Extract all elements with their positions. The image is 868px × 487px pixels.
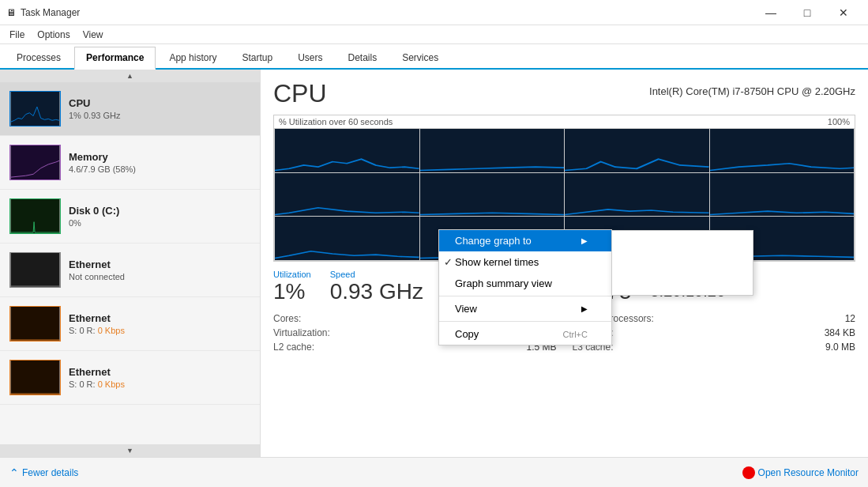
ctx-separator-1 (439, 296, 611, 296)
sidebar-item-memory[interactable]: Memory 4.6/7.9 GB (58%) (0, 136, 260, 190)
sub-overall[interactable]: Overall utilization (612, 231, 753, 252)
svg-rect-17 (275, 217, 419, 260)
sidebar-ethernet1-name: Ethernet (69, 259, 250, 270)
title-bar: 🖥 Task Manager — □ ✕ (0, 0, 868, 25)
speed-label: Speed (330, 270, 423, 279)
submenu: Overall utilization Logical processors N… (611, 230, 753, 296)
utilization-label: Utilization (273, 270, 311, 279)
tab-bar: Processes Performance App history Startu… (0, 44, 868, 70)
fewer-details-button[interactable]: ⌃ Fewer details (9, 466, 78, 479)
svg-rect-13 (275, 173, 419, 217)
sidebar-memory-stat: 4.6/7.9 GB (58%) (69, 164, 250, 174)
tab-users[interactable]: Users (286, 47, 334, 68)
svg-rect-9 (275, 129, 419, 172)
close-button[interactable]: ✕ (825, 0, 862, 25)
graph-cell-7 (710, 173, 855, 217)
tab-startup[interactable]: Startup (230, 47, 284, 68)
svg-rect-10 (420, 129, 565, 172)
speed-block: Speed 0.93 GHz (330, 270, 423, 304)
graph-cell-0 (275, 129, 419, 172)
window-title: Task Manager (21, 7, 753, 18)
menu-options[interactable]: Options (31, 25, 76, 43)
menu-file[interactable]: File (3, 25, 31, 43)
sidebar-scroll-area: CPU 1% 0.93 GHz Memory 4.6/7.9 GB (5 (0, 82, 260, 444)
tab-details[interactable]: Details (336, 47, 389, 68)
right-panel: CPU Intel(R) Core(TM) i7-8750H CPU @ 2.2… (261, 70, 868, 457)
scroll-down-button[interactable]: ▼ (0, 444, 260, 457)
svg-rect-3 (10, 253, 59, 287)
sidebar-item-ethernet1[interactable]: Ethernet Not connected (0, 244, 260, 297)
chevron-up-icon: ⌃ (9, 466, 19, 479)
menu-bar: File Options View (0, 25, 868, 44)
l1-value: 384 KB (825, 327, 855, 338)
cpu-title: CPU (273, 79, 327, 108)
fewer-details-label: Fewer details (22, 467, 78, 478)
graph-cell-6 (565, 173, 709, 217)
speed-value: 0.93 GHz (330, 279, 423, 304)
graph-cell-5 (420, 173, 565, 217)
cores-label: Cores: (273, 313, 301, 324)
graph-cell-2 (565, 129, 709, 172)
cpu-header: CPU Intel(R) Core(TM) i7-8750H CPU @ 2.2… (273, 79, 855, 108)
svg-rect-15 (565, 173, 709, 217)
resource-monitor-button[interactable]: Open Resource Monitor (742, 466, 859, 479)
sub-numa[interactable]: NUMA nodes (612, 274, 753, 295)
ctx-change-graph[interactable]: Change graph to ▶ Overall utilization Lo… (439, 230, 611, 251)
memory-thumb (9, 145, 61, 180)
ctx-view[interactable]: View ▶ (439, 298, 611, 319)
sidebar-ethernet2-stat: S: 0 R: 0 Kbps (69, 326, 250, 335)
ctx-copy[interactable]: Copy Ctrl+C (439, 323, 611, 345)
svg-rect-12 (710, 129, 855, 172)
sidebar-disk-stat: 0% (69, 218, 250, 228)
virt-label: Virtualization: (273, 327, 330, 338)
sidebar-item-ethernet3[interactable]: Ethernet S: 0 R: 0 Kbps (0, 351, 260, 405)
minimize-button[interactable]: — (753, 0, 789, 25)
graph-cell-4 (275, 173, 419, 217)
maximize-button[interactable]: □ (789, 0, 825, 25)
tab-processes[interactable]: Processes (5, 47, 73, 68)
view-submenu-arrow: ▶ (581, 304, 588, 313)
sidebar-item-cpu[interactable]: CPU 1% 0.93 GHz (0, 82, 260, 136)
resource-monitor-label: Open Resource Monitor (758, 467, 859, 478)
sidebar-ethernet2-name: Ethernet (69, 312, 250, 324)
graph-cell-3 (710, 129, 855, 172)
svg-rect-14 (420, 173, 565, 217)
graph-cell-8 (275, 217, 419, 260)
sidebar: ▲ CPU 1% 0.93 GHz (0, 70, 261, 457)
svg-rect-7 (10, 361, 59, 395)
detail-l1: L1 cache: 384 KB (573, 327, 856, 339)
sidebar-ethernet3-stat: S: 0 R: 0 Kbps (69, 379, 250, 389)
tab-performance[interactable]: Performance (74, 47, 156, 70)
sidebar-ethernet3-name: Ethernet (69, 366, 250, 378)
copy-shortcut: Ctrl+C (563, 330, 588, 339)
sidebar-item-disk[interactable]: Disk 0 (C:) 0% (0, 190, 260, 244)
graph-label: % Utilization over 60 seconds (279, 117, 393, 126)
ethernet3-thumb (9, 360, 61, 395)
sidebar-disk-name: Disk 0 (C:) (69, 205, 250, 217)
svg-rect-2 (10, 199, 59, 233)
svg-rect-1 (10, 145, 59, 179)
tab-services[interactable]: Services (390, 47, 450, 68)
ethernet2-thumb (9, 306, 61, 342)
submenu-arrow: ▶ (581, 236, 588, 245)
sidebar-memory-name: Memory (69, 151, 250, 163)
sidebar-ethernet1-stat: Not connected (69, 272, 250, 281)
utilization-value: 1% (273, 279, 311, 304)
sidebar-cpu-name: CPU (69, 97, 250, 109)
disk-thumb (9, 198, 61, 234)
app-icon: 🖥 (6, 7, 16, 18)
ctx-separator-2 (439, 321, 611, 322)
ctx-show-kernel[interactable]: Show kernel times (439, 251, 611, 273)
scroll-up-button[interactable]: ▲ (0, 70, 260, 82)
svg-rect-16 (710, 173, 855, 217)
sub-logical[interactable]: Logical processors (612, 252, 753, 274)
logical-value: 12 (845, 313, 855, 324)
bottom-bar: ⌃ Fewer details Open Resource Monitor (0, 457, 868, 487)
tab-app-history[interactable]: App history (157, 47, 228, 68)
sidebar-item-ethernet2[interactable]: Ethernet S: 0 R: 0 Kbps (0, 297, 260, 351)
ctx-graph-summary[interactable]: Graph summary view (439, 273, 611, 294)
cpu-thumb (9, 91, 61, 126)
l2-label: L2 cache: (273, 342, 314, 353)
cpu-model: Intel(R) Core(TM) i7-8750H CPU @ 2.20GHz (649, 85, 855, 97)
menu-view[interactable]: View (77, 25, 110, 43)
